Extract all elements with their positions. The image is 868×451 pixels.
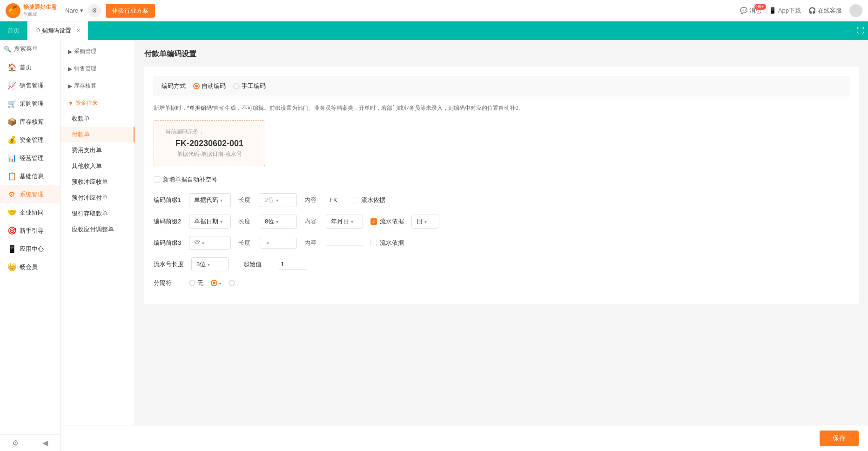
serial-length-select[interactable]: 3位 ▾ <box>191 257 229 271</box>
prefix2-length-select[interactable]: 8位 ▾ <box>260 215 297 229</box>
sub-item-payment[interactable]: 付款单 <box>61 127 135 142</box>
sub-item-bank[interactable]: 银行存取款单 <box>61 206 135 222</box>
chevron-right-icon: ▶ <box>68 48 72 55</box>
tab-home[interactable]: 首页 <box>0 21 27 40</box>
member-icon: 👑 <box>7 263 16 271</box>
encode-radio-group: 自动编码 手工编码 <box>193 82 266 90</box>
prefix2-stream-select[interactable]: 日 ▾ <box>411 215 439 229</box>
sidebar-item-system[interactable]: ⚙ 系统管理 <box>0 185 60 203</box>
top-header: 🍊 畅捷通好生意 旗舰版 Nare ▾ ⚙ 体验行业方案 💬 消息 99+ 📱 … <box>0 0 868 21</box>
service-icon: 🎧 <box>808 7 816 14</box>
prefix2-stream-check: ✓ <box>370 218 377 225</box>
prefix2-stream-checkbox[interactable]: ✓ 流水依据 <box>370 217 404 226</box>
company-dropdown[interactable]: Nare ▾ <box>65 7 83 14</box>
prefix2-row: 编码前缀2 单据日期 ▾ 长度 8位 ▾ 内容 年月日 ▾ ✓ 流水依据 <box>154 215 849 229</box>
chevron-down-icon3: ▾ <box>220 198 222 203</box>
sub-item-receipt[interactable]: 收款单 <box>61 111 135 127</box>
radio-manual-encode[interactable]: 手工编码 <box>233 82 266 90</box>
sub-group-sales-title[interactable]: ▶ 销售管理 <box>61 61 135 76</box>
sub-item-prepay-offset2[interactable]: 预付冲应付单 <box>61 190 135 206</box>
auto-fill-label: 新增单据自动补空号 <box>163 175 217 184</box>
sub-group-purchase-title[interactable]: ▶ 采购管理 <box>61 44 135 59</box>
chevron-down-icon10: ▾ <box>267 241 269 246</box>
sidebar-item-purchase[interactable]: 🛒 采购管理 <box>0 94 60 113</box>
app-download-item[interactable]: 📱 App下载 <box>769 7 801 15</box>
minimize-icon[interactable]: — <box>844 27 851 35</box>
sep-dot-dot <box>229 280 235 286</box>
prefix2-content-select[interactable]: 年月日 ▾ <box>326 215 363 229</box>
save-bar: 保存 <box>61 425 868 451</box>
fullscreen-icon[interactable]: ⛶ <box>857 27 864 35</box>
message-badge: 99+ <box>754 4 766 10</box>
sub-item-expense[interactable]: 费用支出单 <box>61 142 135 158</box>
sidebar-item-member[interactable]: 👑 畅会员 <box>0 258 60 276</box>
sidebar-item-inventory[interactable]: 📦 库存核算 <box>0 113 60 131</box>
sidebar-item-sales[interactable]: 📈 销售管理 <box>0 76 60 94</box>
auto-fill-checkbox[interactable] <box>154 176 160 183</box>
prefix3-select[interactable]: 空 ▾ <box>189 236 231 250</box>
tab-encode-settings[interactable]: 单据编码设置 × <box>27 21 88 40</box>
prefix3-length-select[interactable]: ▾ <box>260 238 297 249</box>
chevron-right-icon3: ▶ <box>68 83 72 89</box>
prefix2-length-label: 长度 <box>238 217 252 226</box>
chevron-down-icon7: ▾ <box>351 219 353 224</box>
prefix1-stream-checkbox[interactable]: 流水依据 <box>352 196 385 204</box>
settings-icon[interactable]: ⚙ <box>88 4 101 17</box>
sep-dot-option[interactable]: . <box>229 280 239 287</box>
sep-dash-option[interactable]: - <box>211 280 221 287</box>
chevron-down-icon8: ▾ <box>424 219 427 224</box>
sub-item-other-income[interactable]: 其他收入单 <box>61 158 135 174</box>
separator-label: 分隔符 <box>154 279 182 287</box>
footer-collapse-icon[interactable]: ◀ <box>42 438 48 447</box>
code-preview-main: FK-20230602-001 <box>165 139 254 148</box>
sidebar-item-partner[interactable]: 🤝 企业协同 <box>0 203 60 222</box>
sub-item-prepay-offset[interactable]: 预收冲应收单 <box>61 174 135 190</box>
serial-row: 流水号长度 3位 ▾ 起始值 <box>154 257 849 271</box>
sidebar-item-finance[interactable]: 💰 资金管理 <box>0 131 60 149</box>
prefix1-length-select[interactable]: 2位 ▾ <box>260 193 297 207</box>
sidebar-item-ops[interactable]: 📊 经营管理 <box>0 149 60 167</box>
prefix3-content-value <box>326 241 363 246</box>
prefix3-stream-checkbox[interactable]: 流水依据 <box>370 239 404 247</box>
chevron-down-icon5: ▾ <box>220 219 222 224</box>
home-icon: 🏠 <box>7 63 16 72</box>
prefix1-stream-check <box>352 197 358 203</box>
system-icon: ⚙ <box>7 190 16 199</box>
sidebar-item-apps[interactable]: 📱 应用中心 <box>0 240 60 258</box>
sub-item-ar-ap-adjust[interactable]: 应收应付调整单 <box>61 222 135 237</box>
sub-group-purchase: ▶ 采购管理 <box>61 44 135 59</box>
main-layout: 🔍 搜索菜单 🏠 首页 📈 销售管理 🛒 采购管理 📦 库存核算 💰 资金管理 … <box>0 40 868 451</box>
radio-auto-encode[interactable]: 自动编码 <box>193 82 226 90</box>
encode-method-row: 编码方式 自动编码 手工编码 <box>154 76 849 96</box>
guide-icon: 🎯 <box>7 226 16 235</box>
purchase-icon: 🛒 <box>7 99 16 108</box>
finance-icon: 💰 <box>7 135 16 144</box>
sidebar-item-base[interactable]: 📋 基础信息 <box>0 167 60 185</box>
prefix2-select[interactable]: 单据日期 ▾ <box>189 215 231 229</box>
tab-close-icon[interactable]: × <box>77 27 80 34</box>
sidebar-item-guide[interactable]: 🎯 新手引导 <box>0 222 60 240</box>
radio-auto-dot <box>193 83 200 89</box>
sub-group-capital-title[interactable]: ▼ 资金往来 <box>61 95 135 111</box>
user-avatar[interactable] <box>849 4 862 17</box>
sidebar-item-home[interactable]: 🏠 首页 <box>0 58 60 76</box>
save-button[interactable]: 保存 <box>820 431 859 446</box>
sub-sidebar: ▶ 采购管理 ▶ 销售管理 ▶ 库存核算 ▼ 资金往来 收款单 付款单 费用支出… <box>61 40 135 451</box>
prefix1-content-value: FK <box>326 194 344 206</box>
trial-button[interactable]: 体验行业方案 <box>106 4 155 18</box>
header-right: 💬 消息 99+ 📱 App下载 🎧 在线客服 <box>740 4 862 17</box>
start-value-input[interactable] <box>279 259 307 270</box>
sub-group-inventory-title[interactable]: ▶ 库存核算 <box>61 78 135 94</box>
online-service-item[interactable]: 🎧 在线客服 <box>808 7 842 15</box>
inventory-icon: 📦 <box>7 117 16 126</box>
base-icon: 📋 <box>7 172 16 181</box>
sep-none-option[interactable]: 无 <box>189 279 203 287</box>
apps-icon: 📱 <box>7 244 16 253</box>
message-item[interactable]: 💬 消息 99+ <box>740 7 761 15</box>
footer-settings-icon[interactable]: ⚙ <box>12 438 19 447</box>
search-menu[interactable]: 🔍 搜索菜单 <box>0 40 60 58</box>
code-preview-label: 当前编码示例： <box>165 128 254 136</box>
prefix1-select[interactable]: 单据代码 ▾ <box>189 193 231 207</box>
prefix1-label: 编码前缀1 <box>154 196 182 204</box>
chevron-down-icon6: ▾ <box>276 219 278 224</box>
